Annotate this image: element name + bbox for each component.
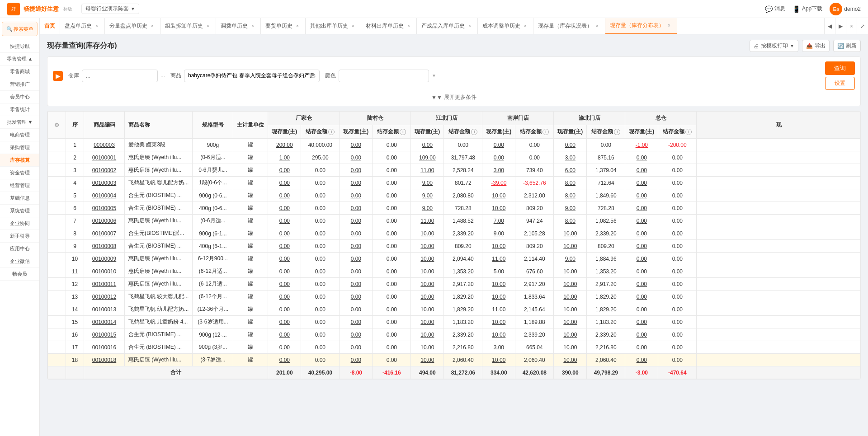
tab-finished-goods[interactable]: 产成品入库单历史 × bbox=[417, 18, 478, 34]
t-amt-header: 结存金额i bbox=[658, 125, 697, 139]
sidebar-item-system[interactable]: 系统管理 bbox=[0, 205, 39, 217]
table-container: ⚙ 序 商品编码 商品名称 规格型号 主计量单位 厂家仓 陆村仓 江北门店 南岸… bbox=[47, 111, 861, 380]
info-icon-c5[interactable]: i bbox=[614, 129, 620, 135]
warehouse-dots[interactable]: ··· bbox=[160, 73, 165, 79]
query-btn[interactable]: 查询 bbox=[825, 61, 855, 75]
sidebar-item-newguide[interactable]: 新手引导 bbox=[0, 230, 39, 243]
tab-close-all-btn[interactable]: × bbox=[846, 18, 857, 34]
group-current: 现 bbox=[697, 112, 861, 139]
goods-input[interactable] bbox=[184, 70, 320, 82]
tab-close-partial[interactable]: × bbox=[149, 23, 156, 29]
sidebar-item-marketing[interactable]: 营销推广 bbox=[0, 78, 39, 91]
c2-qty-header: 现存量(主) bbox=[340, 125, 373, 139]
tab-other-outbound[interactable]: 其他出库单历史 × bbox=[306, 18, 361, 34]
tab-close-stock-dist[interactable]: × bbox=[666, 23, 672, 29]
tab-close-stock-status[interactable]: × bbox=[594, 23, 600, 29]
info-icon-t[interactable]: i bbox=[685, 129, 692, 135]
search-btn[interactable]: 🔍 搜索英单 bbox=[2, 22, 38, 36]
sidebar-item-vip[interactable]: 畅会员 bbox=[0, 268, 39, 281]
tab-next-btn[interactable]: ▶ bbox=[835, 18, 846, 34]
table-row: 10 00100009 惠氏启臻 (Wyeth illu... 6-12月900… bbox=[48, 253, 861, 265]
table-row: 15 00100014 飞鹤星飞帆 儿童奶粉 4... (3-6岁适用... 罐… bbox=[48, 316, 861, 328]
tab-transfer[interactable]: 调拨单历史 × bbox=[216, 18, 261, 34]
message-btn[interactable]: 💬 消息 bbox=[765, 5, 785, 13]
tab-close-stocktake[interactable]: × bbox=[94, 23, 100, 29]
info-icon-c4[interactable]: i bbox=[542, 129, 549, 135]
sidebar-item-base[interactable]: 基础信息 bbox=[0, 192, 39, 205]
group-jiangbei: 江北门店 bbox=[411, 112, 482, 125]
tab-close-transfer[interactable]: × bbox=[250, 23, 256, 29]
export-btn[interactable]: 📤 导出 bbox=[802, 40, 830, 52]
sidebar-item-retail-stats[interactable]: 零售统计 bbox=[0, 103, 39, 116]
col-code-header: 商品编码 bbox=[84, 112, 125, 139]
col-spec-header: 规格型号 bbox=[193, 112, 233, 139]
table-row: 4 00100003 飞鹤星飞帆 婴儿配方奶... 1段(0-6个... 罐 0… bbox=[48, 177, 861, 189]
col-no-header: 序 bbox=[66, 112, 84, 139]
filter-action-col: 查询 设置 bbox=[825, 61, 855, 90]
tab-requisition[interactable]: 要货单历史 × bbox=[261, 18, 306, 34]
sidebar-item-inventory[interactable]: 库存核算 bbox=[0, 154, 39, 167]
setting-btn[interactable]: 设置 bbox=[825, 77, 855, 90]
sidebar-item-wholesale[interactable]: 批发管理 ▼ bbox=[0, 116, 39, 129]
tab-assembly[interactable]: 组装拆卸单历史 × bbox=[160, 18, 216, 34]
industry-selector[interactable]: 母婴行业演示陈套 ▼ bbox=[81, 4, 139, 14]
table-row: 16 00100015 合生元 (BIOSTIME) ... 900g (12-… bbox=[48, 328, 861, 341]
sidebar-item-finance[interactable]: 资金管理 bbox=[0, 167, 39, 179]
tab-close-requisition[interactable]: × bbox=[294, 23, 301, 29]
group-yubei: 渝北门店 bbox=[554, 112, 625, 125]
tab-home[interactable]: 首页 bbox=[40, 18, 60, 34]
sidebar-search: 🔍 搜索英单 bbox=[0, 18, 39, 40]
gear-icon[interactable]: ⚙ bbox=[52, 121, 61, 130]
tab-close-cost[interactable]: × bbox=[522, 23, 528, 29]
table-row: 2 00100001 惠氏启臻 (Wyeth illu... (0-6月适...… bbox=[48, 151, 861, 164]
table-row: 7 00100006 惠氏启臻 (Wyeth illu... (0-6月适...… bbox=[48, 215, 861, 227]
tab-expand-btn[interactable]: ⤢ bbox=[857, 18, 868, 34]
tab-close-other-out[interactable]: × bbox=[350, 23, 356, 29]
tab-arrows: ◀ ▶ × ⤢ bbox=[824, 18, 868, 34]
tab-partial-stocktake[interactable]: 分量盘点单历史 × bbox=[105, 18, 160, 34]
tab-close-assembly[interactable]: × bbox=[205, 23, 211, 29]
main-layout: 🔍 搜索英单 快捷导航 零售管理 ▲ 零售商城 营销推广 会员中心 零售统计 批… bbox=[0, 18, 868, 436]
c4-amt-header: 结存金额i bbox=[515, 125, 554, 139]
sidebar-item-ecommerce[interactable]: 电商管理 bbox=[0, 129, 39, 141]
tab-prev-btn[interactable]: ◀ bbox=[825, 18, 835, 34]
info-icon-c3[interactable]: i bbox=[471, 129, 477, 135]
c5-qty-header: 现存量(主) bbox=[554, 125, 587, 139]
t-qty-header: 现存量(主) bbox=[625, 125, 658, 139]
col-settings-header: ⚙ bbox=[48, 112, 66, 139]
sidebar-item-quicknav[interactable]: 快捷导航 bbox=[0, 40, 39, 53]
tab-material-out[interactable]: 材料出库单历史 × bbox=[361, 18, 417, 34]
tab-close-material[interactable]: × bbox=[406, 23, 412, 29]
sidebar-item-collab[interactable]: 企业协同 bbox=[0, 217, 39, 230]
color-input[interactable] bbox=[339, 70, 429, 82]
refresh-btn[interactable]: 🔄 刷新 bbox=[833, 40, 861, 52]
filter-toggle[interactable]: ▶ bbox=[53, 71, 63, 81]
info-icon-c2[interactable]: i bbox=[400, 129, 406, 135]
tab-cost-adjust[interactable]: 成本调整单历史 × bbox=[478, 18, 533, 34]
sidebar-item-appcenter[interactable]: 应用中心 bbox=[0, 243, 39, 255]
tab-stock-dist[interactable]: 现存量（库存分布表） × bbox=[605, 18, 677, 34]
sidebar-item-operations[interactable]: 经营管理 bbox=[0, 179, 39, 192]
sidebar-item-member[interactable]: 会员中心 bbox=[0, 91, 39, 103]
expand-btn[interactable]: ▼▼ 展开更多条件 bbox=[431, 94, 476, 101]
group-nanan: 南岸门店 bbox=[482, 112, 554, 125]
sidebar-item-retail-mgmt[interactable]: 零售管理 ▲ bbox=[0, 53, 39, 66]
sidebar-item-purchase[interactable]: 采购管理 bbox=[0, 141, 39, 154]
warehouse-input[interactable] bbox=[82, 70, 158, 82]
info-icon-c1[interactable]: i bbox=[328, 129, 335, 135]
table-row: 13 00100012 飞鹤星飞帆 较大婴儿配... (6-12个月... 罐 … bbox=[48, 291, 861, 303]
tab-stock-status[interactable]: 现存量（库存状况表） × bbox=[533, 18, 605, 34]
sidebar-item-retail-shop[interactable]: 零售商城 bbox=[0, 66, 39, 78]
user-menu[interactable]: Ea demo2 bbox=[830, 3, 861, 15]
tab-close-finished[interactable]: × bbox=[467, 23, 473, 29]
print-btn[interactable]: 🖨 按模板打印 ▼ bbox=[750, 40, 798, 52]
tab-stocktake[interactable]: 盘点单历史 × bbox=[60, 18, 105, 34]
sidebar-item-corpwechat[interactable]: 企业微信 bbox=[0, 255, 39, 268]
top-bar: 好 畅捷通好生意 标版 母婴行业演示陈套 ▼ 💬 消息 📱 App下载 Ea d… bbox=[0, 0, 868, 18]
data-table: ⚙ 序 商品编码 商品名称 规格型号 主计量单位 厂家仓 陆村仓 江北门店 南岸… bbox=[47, 111, 861, 379]
summary-row: 合计 201.00 40,295.00 -8.00 -416.16 494.00… bbox=[48, 366, 861, 379]
app-download-btn[interactable]: 📱 App下载 bbox=[793, 5, 822, 13]
group-total: 总仓 bbox=[625, 112, 697, 125]
c1-amt-header: 结存金额i bbox=[301, 125, 340, 139]
color-field: 颜色 ▼ bbox=[325, 70, 436, 82]
